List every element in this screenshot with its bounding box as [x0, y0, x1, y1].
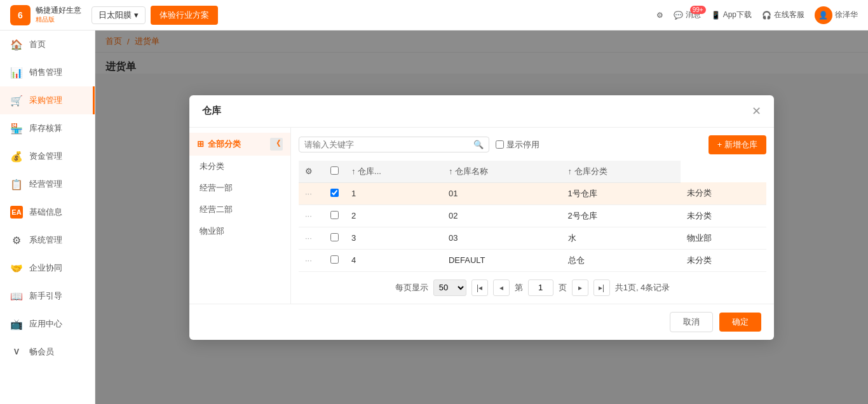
sales-icon: 📊	[10, 66, 23, 79]
sidebar-item-home[interactable]: 🏠 首页	[0, 30, 95, 58]
cell-checkbox[interactable]	[324, 182, 345, 205]
cell-checkbox[interactable]	[324, 205, 345, 227]
modal-title: 仓库	[202, 105, 221, 117]
operations-icon: 📋	[10, 178, 23, 191]
cat-label-0: 未分类	[200, 161, 224, 171]
sidebar-item-membership[interactable]: V 畅会员	[0, 338, 95, 366]
logo-icon: 6	[10, 5, 31, 25]
show-disabled-checkbox[interactable]	[496, 140, 504, 149]
sidebar-label-operations: 经营管理	[29, 178, 62, 190]
message-item[interactable]: 💬 消息 99+	[674, 10, 701, 20]
per-page-select[interactable]: 50 100	[433, 279, 466, 296]
search-box: 🔍	[299, 137, 489, 152]
page-label: 第	[515, 282, 523, 293]
cell-code: 01	[442, 182, 562, 205]
table-row[interactable]: ··· 1 01 1号仓库 未分类	[299, 182, 766, 205]
cell-category: 未分类	[681, 205, 766, 227]
sidebar-item-apps[interactable]: 📺 应用中心	[0, 310, 95, 338]
cell-code: DEFAULT	[442, 249, 562, 271]
sidebar-item-enterprise[interactable]: 🤝 企业协同	[0, 254, 95, 282]
pagination: 每页显示 50 100 |◂ ◂ 第 1 页 ▸ ▸|	[299, 272, 766, 296]
app-download-item[interactable]: 📱 App下载	[711, 10, 752, 20]
first-page-btn[interactable]: |◂	[471, 279, 488, 296]
store-label: 日太阳膜	[98, 10, 132, 21]
cell-index: 3	[345, 227, 442, 249]
cell-actions: ···	[299, 249, 324, 271]
cell-name: 1号仓库	[562, 182, 681, 205]
enterprise-icon: 🤝	[10, 262, 23, 274]
cat-item-2[interactable]: 经营二部	[189, 199, 290, 220]
chevron-down-icon: ▾	[134, 10, 139, 20]
sidebar-item-base[interactable]: EA 基础信息	[0, 198, 95, 226]
sidebar-item-inventory[interactable]: 🏪 库存核算	[0, 114, 95, 142]
cell-index: 1	[345, 182, 442, 205]
select-all-checkbox[interactable]	[330, 166, 339, 175]
last-page-btn[interactable]: ▸|	[593, 279, 610, 296]
th-settings: ⚙	[299, 161, 324, 183]
sidebar-item-operations[interactable]: 📋 经营管理	[0, 170, 95, 198]
modal-overlay: 仓库 ✕ ⊞ 全部分类 《 未分类	[95, 30, 868, 404]
th-name[interactable]: ↑ 仓库名称	[442, 161, 562, 183]
purchase-icon: 🛒	[10, 94, 23, 107]
store-selector[interactable]: 日太阳膜 ▾	[92, 6, 146, 24]
header-right: ⚙ 💬 消息 99+ 📱 App下载 🎧 在线客服 👤 徐泽华	[656, 6, 858, 24]
category-sidebar: ⊞ 全部分类 《 未分类 经营一部 经营二部	[189, 128, 291, 304]
sidebar-item-purchase[interactable]: 🛒 采购管理	[0, 86, 95, 114]
cat-item-1[interactable]: 经营一部	[189, 177, 290, 199]
modal-header: 仓库 ✕	[189, 95, 774, 128]
grid-icon: ⊞	[197, 139, 204, 149]
per-page-label: 每页显示	[395, 282, 428, 293]
system-icon: ⚙	[10, 234, 23, 246]
sidebar-label-finance: 资金管理	[29, 151, 62, 162]
cell-name: 水	[562, 227, 681, 249]
table-header-row: ⚙ ↑ 仓库... ↑ 仓库名称 ↑ 仓库分类	[299, 161, 766, 183]
main-content: 首页 / 进货单 进货单 仓库 ✕ ⊞	[95, 30, 868, 404]
sidebar-item-finance[interactable]: 💰 资金管理	[0, 142, 95, 170]
confirm-button[interactable]: 确定	[719, 313, 761, 332]
cell-category: 物业部	[681, 227, 766, 249]
table-row[interactable]: ··· 3 03 水 物业部	[299, 227, 766, 249]
cell-name: 2号仓库	[562, 205, 681, 227]
message-icon: 💬	[674, 11, 683, 20]
avatar-icon: 👤	[818, 11, 828, 20]
user-item[interactable]: 👤 徐泽华	[815, 6, 858, 24]
warehouse-table: ⚙ ↑ 仓库... ↑ 仓库名称 ↑ 仓库分类	[299, 161, 766, 272]
add-warehouse-button[interactable]: + 新增仓库	[709, 135, 766, 154]
table-row[interactable]: ··· 2 02 2号仓库 未分类	[299, 205, 766, 227]
logo-text-block: 畅捷通好生意 精品版	[36, 6, 81, 25]
th-checkbox	[324, 161, 345, 183]
service-item[interactable]: 🎧 在线客服	[762, 10, 804, 20]
cancel-button[interactable]: 取消	[670, 312, 713, 332]
cell-checkbox[interactable]	[324, 227, 345, 249]
collapse-btn[interactable]: 《	[270, 138, 283, 151]
sidebar-item-sales[interactable]: 📊 销售管理	[0, 58, 95, 86]
sidebar-item-guide[interactable]: 📖 新手引导	[0, 282, 95, 310]
cell-index: 2	[345, 205, 442, 227]
th-code[interactable]: ↑ 仓库...	[345, 161, 442, 183]
industry-btn[interactable]: 体验行业方案	[151, 6, 218, 25]
page-input[interactable]: 1	[528, 279, 553, 296]
gear-icon-item[interactable]: ⚙	[656, 11, 663, 20]
cell-checkbox[interactable]	[324, 249, 345, 271]
inventory-icon: 🏪	[10, 122, 23, 135]
cat-item-3[interactable]: 物业部	[189, 220, 290, 242]
cat-label-1: 经营一部	[200, 183, 233, 192]
th-category[interactable]: ↑ 仓库分类	[562, 161, 681, 183]
close-icon[interactable]: ✕	[752, 104, 761, 118]
logo-badge: 精品版	[36, 15, 81, 24]
table-toolbar: 🔍 显示停用 + 新增仓库	[299, 135, 766, 154]
cat-item-0[interactable]: 未分类	[189, 156, 290, 177]
table-row[interactable]: ··· 4 DEFAULT 总仓 未分类	[299, 249, 766, 271]
next-page-btn[interactable]: ▸	[572, 279, 588, 296]
message-badge: 99+	[690, 6, 706, 14]
cell-index: 4	[345, 249, 442, 271]
membership-icon: V	[10, 346, 23, 358]
prev-page-btn[interactable]: ◂	[493, 279, 510, 296]
sidebar-item-system[interactable]: ⚙ 系统管理	[0, 226, 95, 254]
sidebar: 🏠 首页 📊 销售管理 🛒 采购管理 🏪 库存核算 💰 资金管理 📋 经营管理 …	[0, 30, 95, 404]
gear-icon: ⚙	[656, 11, 663, 20]
cat-header-all[interactable]: ⊞ 全部分类 《	[189, 133, 290, 156]
modal-footer: 取消 确定	[189, 304, 774, 340]
search-input[interactable]	[304, 140, 470, 149]
show-disabled-label[interactable]: 显示停用	[496, 139, 539, 151]
